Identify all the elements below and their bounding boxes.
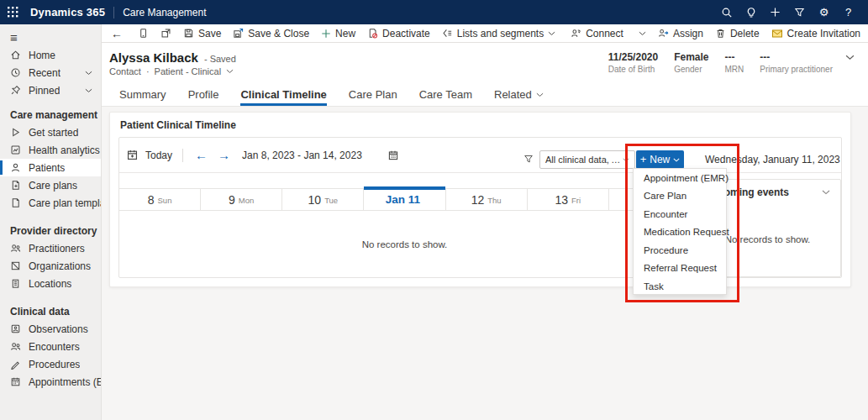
people-icon bbox=[10, 341, 21, 352]
create-invitation-button[interactable]: Create Invitation bbox=[765, 24, 866, 42]
menu-item-task[interactable]: Task bbox=[634, 277, 726, 296]
day-cell-tue-10[interactable]: 10Tue bbox=[282, 189, 364, 210]
form-selector[interactable]: Patient - Clinical bbox=[155, 66, 221, 76]
sidebar-item-label: Care plans bbox=[29, 180, 77, 192]
lightbulb-icon[interactable] bbox=[743, 4, 759, 20]
sidebar-item-care-plan-templates[interactable]: Care plan templates bbox=[0, 194, 101, 212]
sidebar-item-organizations[interactable]: Organizations bbox=[0, 257, 101, 275]
delete-button[interactable]: Delete bbox=[709, 24, 765, 42]
day-cell-sun-8[interactable]: 8Sun bbox=[119, 189, 201, 210]
tab-care-team[interactable]: Care Team bbox=[419, 88, 472, 106]
sidebar-item-get-started[interactable]: Get started bbox=[0, 123, 101, 141]
top-navbar: Dynamics 365 Care Management ⚙ ? bbox=[0, 0, 868, 24]
hamburger-icon[interactable]: ≡ bbox=[0, 28, 101, 46]
sidebar-item-patients[interactable]: Patients bbox=[0, 159, 101, 176]
menu-item-referral-request[interactable]: Referral Request bbox=[634, 260, 726, 278]
no-records-message: No records to show. bbox=[119, 211, 690, 277]
menu-item-encounter[interactable]: Encounter bbox=[634, 205, 726, 223]
assign-button[interactable]: Assign bbox=[652, 24, 709, 42]
calendar-picker-icon[interactable] bbox=[387, 150, 399, 161]
day-cell-fri-13[interactable]: 13Fri bbox=[528, 189, 609, 210]
analytics-icon bbox=[10, 144, 21, 155]
observation-icon bbox=[10, 323, 21, 334]
sidebar-item-recent[interactable]: Recent bbox=[0, 64, 101, 81]
menu-item-procedure[interactable]: Procedure bbox=[634, 241, 726, 260]
next-week-arrow[interactable]: → bbox=[216, 149, 232, 161]
day-cell-mon-9[interactable]: 9Mon bbox=[201, 189, 282, 210]
trash-icon bbox=[715, 28, 726, 39]
sidebar-item-locations[interactable]: Locations bbox=[0, 275, 101, 292]
menu-item-care-plan[interactable]: Care Plan bbox=[634, 187, 726, 206]
lists-segments-button[interactable]: Lists and segments bbox=[436, 24, 561, 42]
sidebar-item-observations[interactable]: Observations bbox=[0, 320, 101, 338]
deactivate-button[interactable]: Deactivate bbox=[361, 24, 436, 42]
day-cell-thu-12[interactable]: 12Thu bbox=[446, 189, 528, 210]
new-command-button[interactable]: New bbox=[315, 24, 361, 42]
day-cell-wed-11-selected[interactable]: Jan 11 bbox=[364, 189, 445, 210]
search-icon[interactable] bbox=[718, 4, 734, 20]
assign-icon bbox=[658, 28, 669, 39]
sidebar-item-encounters[interactable]: Encounters bbox=[0, 338, 101, 355]
sidebar-item-label: Home bbox=[29, 50, 55, 61]
tab-related[interactable]: Related bbox=[494, 88, 544, 106]
sidebar-section-clinical-data: Clinical data bbox=[0, 303, 101, 320]
form-view-button[interactable] bbox=[132, 24, 155, 42]
help-icon[interactable]: ? bbox=[840, 4, 856, 20]
filter-selected-value: All clinical data, Appoi... bbox=[545, 155, 623, 165]
sidebar-item-practitioners[interactable]: Practitioners bbox=[0, 239, 101, 257]
header-field-primary-practitioner: --- Primary practitioner bbox=[760, 51, 833, 74]
chevron-down-icon bbox=[639, 31, 646, 36]
back-button[interactable]: ← bbox=[105, 24, 129, 42]
tab-care-plan[interactable]: Care Plan bbox=[349, 88, 397, 106]
calendar-icon bbox=[10, 376, 21, 387]
plus-icon bbox=[321, 29, 331, 39]
sidebar-item-label: Get started bbox=[29, 127, 78, 139]
popout-button[interactable] bbox=[155, 24, 177, 42]
plus-icon[interactable] bbox=[767, 4, 783, 20]
sidebar-item-label: Health analytics bbox=[29, 144, 100, 156]
today-button[interactable]: Today bbox=[145, 150, 172, 161]
gear-icon[interactable]: ⚙ bbox=[816, 4, 832, 20]
tab-summary[interactable]: Summary bbox=[119, 88, 166, 106]
chevron-down-icon[interactable] bbox=[822, 190, 830, 195]
sidebar-item-procedures[interactable]: Procedures bbox=[0, 355, 101, 373]
area-title[interactable]: Care Management bbox=[123, 7, 206, 18]
waffle-icon[interactable] bbox=[0, 7, 25, 18]
filter-icon[interactable] bbox=[792, 4, 808, 20]
site-map-sidebar: ≡ Home Recent Pinned Care management Get… bbox=[0, 24, 102, 420]
previous-week-arrow[interactable]: ← bbox=[193, 149, 209, 161]
sidebar-item-label: Locations bbox=[29, 278, 71, 290]
sidebar-item-label: Procedures bbox=[29, 359, 80, 370]
pin-icon bbox=[10, 85, 21, 96]
home-icon bbox=[10, 50, 21, 60]
filter-icon[interactable] bbox=[523, 154, 534, 164]
selected-date-label: Wednesday, January 11, 2023 bbox=[705, 154, 840, 165]
sidebar-item-health-analytics[interactable]: Health analytics bbox=[0, 141, 101, 159]
header-collapse-chevron-icon[interactable] bbox=[845, 55, 855, 60]
menu-item-appointment-emr[interactable]: Appointment (EMR) bbox=[634, 169, 726, 187]
tab-clinical-timeline[interactable]: Clinical Timeline bbox=[240, 88, 326, 106]
sidebar-item-label: Care plan templates bbox=[29, 197, 101, 209]
tab-profile[interactable]: Profile bbox=[188, 88, 219, 106]
doc-icon bbox=[10, 197, 21, 208]
new-record-button[interactable]: + New bbox=[636, 150, 684, 169]
timeline-toolbar: Today ← → Jan 8, 2023 - Jan 14, 2023 All… bbox=[119, 138, 841, 173]
new-record-dropdown-menu: Appointment (EMR) Care Plan Encounter Me… bbox=[633, 168, 727, 295]
assign-label: Assign bbox=[673, 28, 703, 39]
app-title[interactable]: Dynamics 365 bbox=[30, 6, 105, 18]
clinical-data-filter-select[interactable]: All clinical data, Appoi... bbox=[539, 150, 635, 169]
record-save-status: - Saved bbox=[204, 54, 236, 64]
sidebar-item-care-plans[interactable]: Care plans bbox=[0, 176, 101, 194]
chevron-down-icon[interactable] bbox=[226, 69, 234, 74]
connect-button[interactable]: Connect bbox=[565, 24, 629, 42]
connect-split-chevron[interactable] bbox=[633, 24, 652, 42]
calendar-today-icon[interactable] bbox=[126, 149, 139, 161]
sidebar-item-appointments-emr[interactable]: Appointments (EMR) bbox=[0, 373, 101, 391]
field-label: Gender bbox=[674, 65, 708, 74]
menu-item-medication-request[interactable]: Medication Request bbox=[634, 223, 726, 242]
sidebar-item-home[interactable]: Home bbox=[0, 46, 101, 64]
save-button[interactable]: Save bbox=[177, 24, 227, 42]
sidebar-item-label: Patients bbox=[29, 162, 65, 174]
sidebar-item-pinned[interactable]: Pinned bbox=[0, 81, 101, 99]
save-close-button[interactable]: Save & Close bbox=[227, 24, 315, 42]
